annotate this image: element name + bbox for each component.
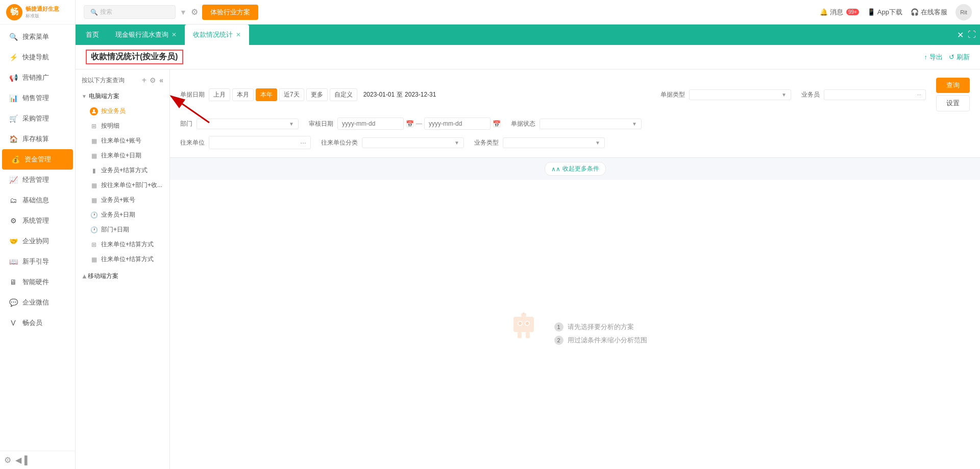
- tree-item-unit-account[interactable]: ▦ 往来单位+账号: [76, 133, 169, 148]
- avatar[interactable]: Rit: [955, 4, 972, 20]
- logo-icon: 畅: [6, 4, 22, 20]
- app-download-btn[interactable]: 📱 App下载: [867, 8, 902, 17]
- sidebar-item-inventory[interactable]: 🏠 库存核算: [0, 129, 75, 149]
- collapse-btn[interactable]: ∧∧ 收起更多条件: [545, 162, 606, 176]
- query-btn[interactable]: 查询: [936, 78, 970, 93]
- svg-rect-1: [513, 317, 534, 332]
- btn-this-month[interactable]: 本月: [232, 88, 254, 101]
- sidebar-item-wechat[interactable]: 💬 企业微信: [0, 292, 75, 313]
- search-icon-top: 🔍: [90, 9, 98, 16]
- tree-parent-desktop[interactable]: ▼ 电脑端方案: [76, 89, 169, 104]
- sidebar-item-member[interactable]: V 畅会员: [0, 313, 75, 333]
- sidebar-item-enterprise[interactable]: 🤝 企业协同: [0, 231, 75, 251]
- tree-item-salesperson-date[interactable]: 🕐 业务员+日期: [76, 207, 169, 222]
- empty-state: 1 请先选择要分析的方案 2 用过滤条件来缩小分析范围: [170, 180, 980, 469]
- close-window-icon[interactable]: ✕: [957, 30, 964, 40]
- btn-7days[interactable]: 近7天: [279, 88, 304, 101]
- tab-bank[interactable]: 现金银行流水查询 ✕: [107, 25, 185, 45]
- business-type-chevron: ▼: [595, 140, 600, 146]
- tab-home[interactable]: 首页: [78, 25, 107, 45]
- counterpart-select[interactable]: ···: [209, 136, 311, 149]
- basic-icon: 🗂: [8, 195, 18, 205]
- salesperson-select[interactable]: ···: [824, 89, 926, 100]
- grid-icon-2: ⊞: [90, 241, 98, 249]
- sidebar-item-quicknav[interactable]: ⚡ 快捷导航: [0, 47, 75, 67]
- topbar-left: 🔍 搜索 ▼ ⚙ 体验行业方案: [84, 5, 258, 20]
- tab-receipt[interactable]: 收款情况统计 ✕: [185, 25, 249, 45]
- page-title: 收款情况统计(按业务员): [86, 50, 183, 64]
- tab-close-bank[interactable]: ✕: [172, 31, 177, 38]
- expand-icon[interactable]: ⛶: [968, 30, 976, 39]
- tabbar: 首页 现金银行流水查询 ✕ 收款情况统计 ✕ ✕ ⛶: [76, 25, 980, 45]
- page-actions: ↑ 导出 ↺ 刷新: [924, 53, 970, 62]
- btn-custom[interactable]: 自定义: [330, 88, 357, 101]
- sidebar-item-search[interactable]: 🔍 搜索菜单: [0, 27, 75, 47]
- sidebar-item-marketing[interactable]: 📢 营销推广: [0, 67, 75, 88]
- tree-parent-mobile[interactable]: ▶ 移动端方案: [76, 269, 169, 284]
- collapse-sidebar-icon[interactable]: ◀▐: [15, 455, 27, 465]
- voucher-type-select[interactable]: ▼: [689, 89, 791, 100]
- business-type-select[interactable]: ▼: [503, 137, 605, 148]
- notifications-btn[interactable]: 🔔 消息 99+: [820, 8, 859, 17]
- review-date-inputs: 📅 — 📅: [337, 118, 501, 130]
- clock-icon-1: 🕐: [90, 211, 98, 219]
- filter-row-2: 部门 ▼ 审核日期 📅 — 📅: [180, 118, 970, 130]
- voucher-status-select[interactable]: ▼: [540, 119, 642, 129]
- sidebar-item-basic[interactable]: 🗂 基础信息: [0, 190, 75, 210]
- table-icon-2: ▦: [90, 152, 98, 160]
- topbar-dropdown-icon[interactable]: ▼: [180, 8, 187, 16]
- search-bar[interactable]: 🔍 搜索: [84, 5, 176, 19]
- tabbar-right: ✕ ⛶: [957, 30, 980, 40]
- sidebar-item-sales[interactable]: 📊 销售管理: [0, 88, 75, 108]
- sidebar-item-guide[interactable]: 📖 新手引导: [0, 251, 75, 272]
- tip-2: 2 用过滤条件来缩小分析范围: [554, 336, 647, 345]
- table-icon-1: ▦: [90, 137, 98, 145]
- date-filter-item: 单据日期 上月 本月 本年 近7天 更多 自定义 2023-01-01 至: [180, 88, 436, 101]
- sidebar-item-system[interactable]: ⚙ 系统管理: [0, 210, 75, 231]
- sidebar-item-finance[interactable]: 💰 资金管理: [2, 149, 73, 170]
- collapse-panel-icon[interactable]: «: [159, 76, 163, 84]
- svg-rect-2: [518, 332, 522, 338]
- counterpart-dots[interactable]: ···: [300, 138, 306, 147]
- tree-item-unit-settlement2[interactable]: ▦ 往来单位+结算方式: [76, 252, 169, 267]
- sidebar-item-operations[interactable]: 📈 经营管理: [0, 170, 75, 190]
- guide-icon: 📖: [8, 256, 18, 267]
- btn-last-month[interactable]: 上月: [209, 88, 230, 101]
- review-date-start[interactable]: [337, 118, 404, 130]
- online-service-btn[interactable]: 🎧 在线客服: [911, 8, 947, 17]
- table-icon-5: ▦: [90, 255, 98, 264]
- sidebar-item-hardware[interactable]: 🖥 智能硬件: [0, 272, 75, 292]
- purchase-icon: 🛒: [8, 113, 18, 124]
- tree-item-dept-date[interactable]: 🕐 部门+日期: [76, 222, 169, 237]
- tree-item-unit-settlement1[interactable]: ⊞ 往来单位+结算方式: [76, 237, 169, 252]
- scheme-settings-icon[interactable]: ⚙: [150, 76, 156, 84]
- right-panel: 单据日期 上月 本月 本年 近7天 更多 自定义 2023-01-01 至: [170, 69, 980, 469]
- btn-this-year[interactable]: 本年: [256, 88, 277, 101]
- tree-item-unit-date[interactable]: ▦ 往来单位+日期: [76, 148, 169, 163]
- review-date-end[interactable]: [424, 118, 491, 130]
- tree-item-by-detail[interactable]: ⊞ 按明细: [76, 119, 169, 133]
- marketing-icon: 📢: [8, 73, 18, 83]
- download-icon: 📱: [867, 8, 875, 16]
- tree-item-salesperson-account[interactable]: ▦ 业务员+账号: [76, 193, 169, 207]
- topbar-settings-icon[interactable]: ⚙: [191, 7, 198, 17]
- enterprise-icon: 🤝: [8, 236, 18, 246]
- tip-1: 1 请先选择要分析的方案: [554, 322, 647, 332]
- setting-btn[interactable]: 设置: [936, 95, 970, 111]
- tree-item-by-salesperson[interactable]: 按业务员: [76, 104, 169, 119]
- tab-close-receipt[interactable]: ✕: [236, 31, 241, 38]
- main-content: 🔍 搜索 ▼ ⚙ 体验行业方案 🔔 消息 99+ 📱 App下载 🎧 在线客服 …: [76, 0, 980, 469]
- finance-icon: 💰: [10, 154, 20, 165]
- refresh-btn[interactable]: ↺ 刷新: [949, 53, 970, 62]
- tree-item-salesperson-settlement[interactable]: ▮ 业务员+结算方式: [76, 163, 169, 178]
- counterpart-category-select[interactable]: ▼: [362, 137, 464, 148]
- dept-select[interactable]: ▼: [197, 119, 299, 129]
- export-btn[interactable]: ↑ 导出: [924, 53, 943, 62]
- tree-item-unit-dept-receipt[interactable]: ▦ 按往来单位+部门+收...: [76, 178, 169, 193]
- trial-btn[interactable]: 体验行业方案: [202, 5, 258, 20]
- sidebar-item-purchase[interactable]: 🛒 采购管理: [0, 108, 75, 129]
- add-scheme-icon[interactable]: +: [142, 76, 146, 85]
- sidebar: 畅 畅捷通好生意 标准版 🔍 搜索菜单 ⚡ 快捷导航 📢 营销推广 📊 销售管理…: [0, 0, 76, 469]
- settings-bottom-icon[interactable]: ⚙: [4, 455, 11, 465]
- btn-more[interactable]: 更多: [306, 88, 328, 101]
